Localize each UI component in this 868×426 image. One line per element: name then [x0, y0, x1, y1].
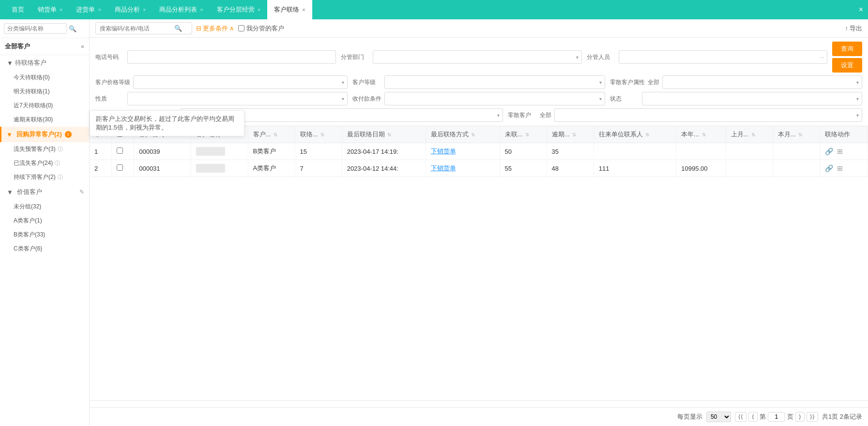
- horizontal-scrollbar[interactable]: [90, 400, 868, 407]
- close-icon[interactable]: ×: [258, 7, 260, 13]
- settings-button[interactable]: 设置: [832, 58, 862, 73]
- sort-icon: ⇅: [471, 132, 475, 137]
- sidebar-search-input[interactable]: [4, 23, 67, 34]
- search-icon[interactable]: 🔍: [69, 25, 76, 32]
- sidebar-item-b-class[interactable]: B类客户(33): [0, 228, 89, 242]
- cell-index: 1: [90, 143, 112, 160]
- sidebar-item-churn-warning[interactable]: 流失预警客户(3) ⓘ: [0, 142, 89, 156]
- sort-icon: ⇅: [274, 132, 277, 137]
- sidebar-item-declining[interactable]: 持续下滑客户(2) ⓘ: [0, 170, 89, 184]
- more-icon: ···: [820, 55, 824, 60]
- main-layout: 🔍 全部客户 « ▼ 待联络客户 今天待联络(0) 明天待联络(1) 近7天待联…: [0, 19, 868, 426]
- close-icon[interactable]: ×: [60, 7, 62, 13]
- sidebar-item-already-churned[interactable]: 已流失客户(24) ⓘ: [0, 156, 89, 170]
- expand-icon: ▼: [7, 59, 13, 67]
- top-navigation: 首页 销货单 × 进货单 × 商品分析 × 商品分析列表 × 客户分层经营 × …: [0, 0, 868, 19]
- sidebar-item-tomorrow-pending[interactable]: 明天待联络(1): [0, 85, 89, 99]
- edit-icon[interactable]: ✎: [79, 189, 84, 195]
- customer-tier-select[interactable]: ▾: [384, 75, 605, 89]
- cell-not-contacted: 50: [500, 143, 547, 160]
- page-number-input[interactable]: [768, 412, 785, 422]
- cell-contact: 15: [295, 143, 342, 160]
- chevron-down-icon: ▾: [856, 96, 859, 102]
- sidebar-item-c-class[interactable]: C类客户(6): [0, 242, 89, 256]
- nav-sales-order[interactable]: 销货单 ×: [31, 0, 69, 19]
- close-icon[interactable]: ×: [200, 7, 203, 13]
- sort-icon: ⇅: [798, 132, 802, 137]
- payment-terms-select[interactable]: ▾: [384, 92, 605, 105]
- grid-icon[interactable]: ⊞: [837, 147, 843, 155]
- left-sidebar: 🔍 全部客户 « ▼ 待联络客户 今天待联络(0) 明天待联络(1) 近7天待联…: [0, 19, 90, 426]
- phone-input[interactable]: [127, 50, 336, 64]
- retail-attr-select[interactable]: ▾: [662, 75, 862, 89]
- nav-home[interactable]: 首页: [5, 0, 31, 19]
- last-page-button[interactable]: ⟩⟩: [807, 412, 818, 422]
- cell-last-contact-method[interactable]: 下销货单: [426, 160, 500, 177]
- sidebar-item-7days-pending[interactable]: 近7天待联络(0): [0, 99, 89, 113]
- my-customers-checkbox[interactable]: [238, 25, 244, 31]
- filter-retail-attr: 零散客户属性 全部 ▾: [610, 75, 862, 89]
- sidebar-item-ungrouped[interactable]: 未分组(32): [0, 200, 89, 214]
- close-icon[interactable]: ×: [302, 7, 305, 13]
- more-filters-button[interactable]: ⊟ 更多条件 ∧: [196, 24, 234, 33]
- chevron-down-icon: ▾: [856, 113, 859, 118]
- sidebar-section-value-customers[interactable]: ▼ 价值客户 ✎: [0, 184, 89, 200]
- cell-actions: 🔗 ⊞: [820, 143, 868, 160]
- person-select[interactable]: ···: [619, 50, 827, 64]
- cell-company-contact: 111: [594, 160, 676, 177]
- expand-icon: ▼: [7, 189, 13, 196]
- col-company-contact: 往来单位联系人 ⇅: [594, 126, 676, 143]
- contact-method-link[interactable]: 下销货单: [431, 147, 456, 155]
- per-page-select[interactable]: 50 100 200: [706, 411, 731, 422]
- query-button[interactable]: 查询: [832, 42, 862, 56]
- department-select[interactable]: ▾: [373, 50, 581, 64]
- sidebar-section-pending-contact[interactable]: ▼ 待联络客户: [0, 55, 89, 71]
- right-content: 🔍 ⊟ 更多条件 ∧ 我分管的客户 ↑ 导出 电话号码: [90, 19, 868, 426]
- data-table-area: ⚙ 客户编码 ⇅ 客户名称 ⇅ 客户... ⇅ 联络... ⇅ 最后联络日期 ⇅…: [90, 126, 868, 400]
- collapse-button[interactable]: «: [81, 43, 84, 50]
- grid-icon[interactable]: ⊞: [837, 164, 843, 172]
- cell-actions: 🔗 ⊞: [820, 160, 868, 177]
- close-icon[interactable]: ×: [98, 7, 101, 13]
- cell-contact: 7: [295, 160, 342, 177]
- nav-product-analysis[interactable]: 商品分析 ×: [108, 0, 152, 19]
- cell-customer-name: [191, 160, 248, 177]
- first-page-button[interactable]: ⟨⟨: [735, 412, 746, 422]
- table-row: 1 000039 B类客户 15 2023-04-17 14:19: 下销货单 …: [90, 143, 868, 160]
- info-icon: ⓘ: [58, 146, 63, 153]
- cell-last-contact-method[interactable]: 下销货单: [426, 143, 500, 160]
- nature-select[interactable]: ▾: [127, 92, 348, 105]
- filter-status: 状态 ▾: [610, 92, 862, 105]
- window-close-button[interactable]: ×: [859, 5, 863, 14]
- chevron-down-icon: ▾: [576, 55, 579, 60]
- nav-product-analysis-list[interactable]: 商品分析列表 ×: [152, 0, 210, 19]
- nav-purchase-order[interactable]: 进货单 ×: [69, 0, 107, 19]
- prev-page-button[interactable]: ⟨: [748, 412, 758, 422]
- chevron-down-icon: ▾: [599, 96, 602, 102]
- nav-customer-tier[interactable]: 客户分层经营 ×: [210, 0, 267, 19]
- sidebar-item-a-class[interactable]: A类客户(1): [0, 214, 89, 228]
- next-page-button[interactable]: ⟩: [795, 412, 805, 422]
- close-icon[interactable]: ×: [143, 7, 146, 13]
- sidebar-section-repurchase-anomaly[interactable]: ▼ 回购异常客户(2) !: [0, 127, 89, 142]
- status-select[interactable]: ▾: [642, 92, 862, 105]
- cell-customer-type: A类客户: [248, 160, 295, 177]
- contact-method-link[interactable]: 下销货单: [431, 164, 456, 172]
- link-icon[interactable]: 🔗: [825, 147, 833, 155]
- row-checkbox[interactable]: [117, 147, 123, 154]
- sidebar-item-overdue-pending[interactable]: 逾期未联络(30): [0, 113, 89, 127]
- sidebar-content: 全部客户 « ▼ 待联络客户 今天待联络(0) 明天待联络(1) 近7天待联络(…: [0, 38, 89, 426]
- nav-customer-contact[interactable]: 客户联络 ×: [267, 0, 312, 19]
- filter-price-tier: 客户价格等级 ▾: [95, 75, 348, 89]
- export-button[interactable]: ↑ 导出: [845, 24, 863, 33]
- price-tier-select[interactable]: ▾: [133, 75, 348, 89]
- sort-icon: ⇅: [645, 132, 649, 137]
- filter-nature: 性质 ▾: [95, 92, 348, 105]
- search-icon[interactable]: 🔍: [174, 25, 182, 32]
- row-checkbox[interactable]: [117, 164, 123, 171]
- retail-customer-select[interactable]: ▾: [554, 108, 862, 122]
- cell-customer-code: 000031: [134, 160, 191, 177]
- link-icon[interactable]: 🔗: [825, 164, 833, 172]
- search-input[interactable]: [100, 25, 172, 32]
- sidebar-item-today-pending[interactable]: 今天待联络(0): [0, 71, 89, 85]
